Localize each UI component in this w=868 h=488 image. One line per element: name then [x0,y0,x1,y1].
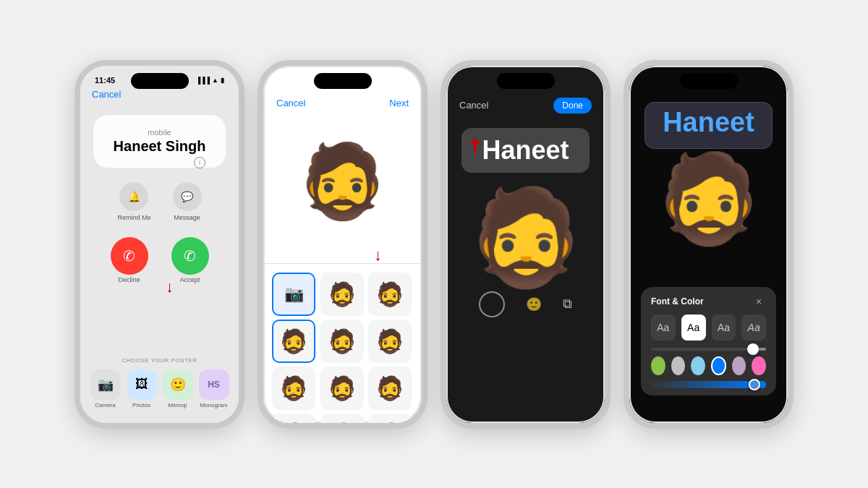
status-icons-1: ▐▐▐ ▲ ▮ [196,77,224,84]
size-slider-thumb[interactable] [747,343,759,355]
font-options-row: Aa Aa Aa Aa [651,314,766,341]
accept-column: ✆ Accept [171,237,209,283]
poster-options: 📷 Camera 🖼 Photos 🙂 Memoji HS Monogram [89,369,230,408]
memoji-option-8[interactable]: 🧔 [272,414,315,429]
poster-memoji[interactable]: 🙂 Memoji [163,369,193,408]
memoji-preview-area: 🧔 [263,116,422,246]
arrow-to-name: ↗ [467,135,482,158]
font-color-panel: Font & Color × Aa Aa Aa Aa [641,287,776,395]
home-button[interactable] [479,291,505,317]
font-opt-3[interactable]: Aa [712,314,736,341]
memoji-option-6[interactable]: 🧔 [320,367,364,410]
decline-button[interactable]: ✆ [111,237,148,275]
accept-button[interactable]: ✆ [171,237,209,275]
camera-icon: 📷 [90,369,121,400]
phone3-bottom-controls: 🙂 ⧉ [446,284,605,332]
color-pink[interactable] [752,356,766,375]
call-action-row: ✆ Decline ✆ Accept [80,237,239,283]
cancel-button-2[interactable]: Cancel [276,98,305,108]
dynamic-island-2 [314,73,372,89]
font-opt-2-selected[interactable]: Aa [681,314,706,341]
panel-header: Font & Color × [651,294,766,309]
memoji-option-selected[interactable]: 🧔 [272,320,315,363]
time-display-1: 11:45 [95,76,115,85]
monogram-icon: HS [199,369,229,400]
photos-icon: 🖼 [127,369,157,400]
info-icon: i [194,157,205,168]
memoji-option-7[interactable]: 🧔 [368,367,412,410]
color-silver[interactable] [671,356,686,375]
battery-icon: ▮ [221,77,224,84]
color-slider-thumb[interactable] [749,379,760,390]
memoji-option-1[interactable]: 🧔 [320,273,364,316]
message-button[interactable]: 💬 Message [173,182,202,221]
memoji-option-10[interactable]: 🧔 [368,414,412,429]
done-button-3[interactable]: Done [553,98,592,114]
cancel-button-1[interactable]: Cancel [92,89,121,100]
wifi-icon: ▲ [212,77,218,84]
call-type-label: mobile [106,128,213,137]
caller-name: Haneet Singh [106,138,213,155]
decline-label: Decline [118,276,140,283]
phone-2-memoji-selector: Cancel Next 🧔 ↓ 📷 🧔 🧔 🧔 🧔 🧔 🧔 🧔 🧔 🧔 🧔 🧔 [258,60,427,429]
remind-me-button[interactable]: 🔔 Remind Me [117,182,150,221]
color-green[interactable] [651,356,665,375]
panel-title: Font & Color [651,296,704,307]
phone-3-name-poster: Cancel Done ↗ Haneet 🧔 🙂 ⧉ [441,60,610,429]
dynamic-island-3 [497,73,555,89]
dynamic-island-1 [131,73,189,89]
memoji-label: Memoji [169,402,187,408]
phone3-memoji-display: 🧔 [467,190,584,284]
arrow-to-panel: → [631,420,647,429]
font-opt-4[interactable]: Aa [741,314,766,341]
memoji-option-3[interactable]: 🧔 [320,320,364,363]
memoji-option-4[interactable]: 🧔 [368,320,412,363]
remind-label: Remind Me [117,214,150,221]
signal-icon: ▐▐▐ [196,77,210,84]
layers-icon[interactable]: ⧉ [563,296,572,312]
phone4-memoji-display: 🧔 [655,155,763,241]
choose-poster-label: CHOOSE YOUR POSTER [89,357,230,364]
color-intensity-slider[interactable] [651,381,766,388]
memoji-option-5[interactable]: 🧔 [272,367,315,410]
accept-label: Accept [180,276,200,283]
monogram-label: Monogram [200,402,227,408]
font-opt-1[interactable]: Aa [651,314,676,341]
separator [263,263,422,264]
size-slider-track[interactable] [651,348,766,351]
photos-label: Photos [132,402,150,408]
remind-icon: 🔔 [119,182,148,211]
memoji-grid: 📷 🧔 🧔 🧔 🧔 🧔 🧔 🧔 🧔 🧔 🧔 🧔 [263,267,422,429]
memoji-option-9[interactable]: 🧔 [320,414,364,429]
color-blue-selected[interactable] [711,356,726,375]
phone-1-incoming-call: 11:45 ▐▐▐ ▲ ▮ Cancel i mobile Haneet Sin… [75,60,244,429]
poster-photos[interactable]: 🖼 Photos [127,369,157,408]
arrow-to-accept: ↓ [166,278,174,296]
next-button-2[interactable]: Next [389,98,409,108]
panel-close-button[interactable]: × [752,294,766,309]
color-lavender[interactable] [732,356,746,375]
poster-camera[interactable]: 📷 Camera [90,369,121,408]
decline-column: ✆ Decline [111,237,148,283]
message-icon: 💬 [173,182,202,211]
phone-4-font-color: Haneet 🧔 → Font & Color × Aa Aa Aa Aa [624,60,793,429]
memoji-camera-option[interactable]: 📷 [272,273,315,316]
memoji-option-2[interactable]: 🧔 [368,273,412,316]
camera-label: Camera [95,402,115,408]
poster-monogram[interactable]: HS Monogram [199,369,229,408]
remind-message-row: 🔔 Remind Me 💬 Message [80,182,239,221]
cancel-button-3[interactable]: Cancel [459,100,488,111]
choose-poster-section: CHOOSE YOUR POSTER 📷 Camera 🖼 Photos 🙂 M… [80,357,239,408]
haneet-name-display: Haneet [663,107,754,138]
arrow-to-memoji: ↓ [374,246,382,264]
size-slider-row [651,348,766,351]
message-label: Message [174,214,200,221]
color-lightblue[interactable] [691,356,705,375]
memoji-large-avatar: 🧔 [297,145,388,217]
name-display-3: Haneet [482,135,569,165]
color-dots-row [651,356,766,375]
memoji-icon: 🙂 [163,369,193,400]
memoji-selector-icon[interactable]: 🙂 [526,296,542,312]
dynamic-island-4 [680,73,738,89]
